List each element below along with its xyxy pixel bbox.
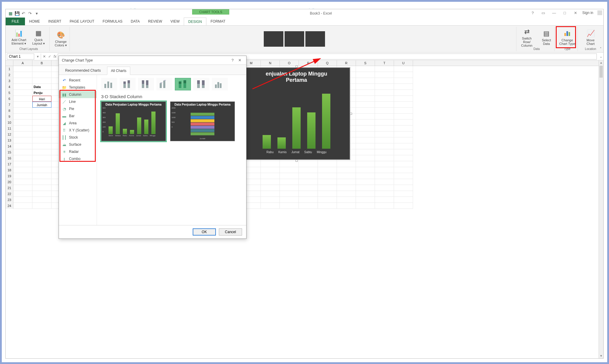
cell[interactable] (356, 179, 375, 185)
cell[interactable] (13, 131, 32, 137)
cell[interactable] (32, 161, 51, 167)
cell[interactable] (318, 191, 337, 197)
cell[interactable] (32, 155, 51, 161)
cell[interactable]: Data Penju (32, 84, 51, 90)
cell[interactable] (337, 203, 356, 209)
cell[interactable] (394, 185, 413, 191)
cell[interactable] (356, 125, 375, 131)
cell[interactable] (375, 96, 394, 102)
cell[interactable] (299, 167, 318, 173)
cell[interactable] (32, 143, 51, 149)
row-header[interactable]: 3 (6, 78, 13, 84)
cell[interactable] (261, 173, 280, 179)
cell[interactable] (32, 203, 51, 209)
change-colors-button[interactable]: 🎨 Change Colors ▾ (53, 31, 69, 47)
cell[interactable] (13, 102, 32, 108)
cell[interactable] (32, 90, 51, 96)
cat-pie[interactable]: ◔Pie (59, 105, 97, 112)
qat-more-icon[interactable]: ▾ (34, 10, 40, 16)
name-box-dropdown-icon[interactable]: ▾ (35, 54, 40, 59)
cell[interactable] (375, 185, 394, 191)
cell[interactable] (337, 179, 356, 185)
cell[interactable] (13, 72, 32, 78)
tab-recommended-charts[interactable]: Recommended Charts (61, 66, 105, 75)
row-header[interactable]: 13 (6, 137, 13, 143)
cat-surface[interactable]: ⛰Surface (59, 141, 97, 148)
cell[interactable] (375, 90, 394, 96)
cell[interactable] (356, 102, 375, 108)
vertical-scrollbar[interactable]: ▲ ▼ (599, 60, 603, 358)
select-data-button[interactable]: ▤ Select Data (538, 29, 555, 46)
cell[interactable] (280, 179, 299, 185)
cell[interactable] (394, 90, 413, 96)
cell[interactable] (356, 167, 375, 173)
cell[interactable] (13, 125, 32, 131)
subtype-3d-column[interactable] (212, 78, 228, 90)
cell[interactable] (32, 120, 51, 125)
cell[interactable] (13, 137, 32, 143)
cell[interactable] (375, 203, 394, 209)
cell[interactable] (394, 161, 413, 167)
cell[interactable] (394, 131, 413, 137)
row-header[interactable]: 6 (6, 96, 13, 102)
chart-style-thumb[interactable] (264, 31, 283, 47)
row-header[interactable]: 11 (6, 125, 13, 131)
column-header[interactable]: N (261, 60, 280, 66)
scroll-up-icon[interactable]: ▲ (599, 60, 603, 65)
tab-view[interactable]: VIEW (166, 18, 184, 25)
column-header[interactable]: O (280, 60, 299, 66)
cell[interactable] (280, 203, 299, 209)
cell[interactable] (280, 161, 299, 167)
cell[interactable] (356, 90, 375, 96)
row-header[interactable]: 22 (6, 191, 13, 197)
cell[interactable] (299, 203, 318, 209)
cell[interactable] (375, 131, 394, 137)
cell[interactable] (375, 137, 394, 143)
cell[interactable] (13, 203, 32, 209)
cell[interactable] (356, 114, 375, 120)
chart-preview-2[interactable]: Data Penjualan Laptop Minggu Pertama 200… (170, 101, 235, 141)
subtype-100-stacked-column[interactable] (138, 78, 154, 90)
cell[interactable] (318, 179, 337, 185)
cell[interactable] (280, 191, 299, 197)
column-header[interactable]: B (32, 60, 51, 66)
formula-bar-expand-icon[interactable]: ⌄ (599, 54, 603, 59)
column-header[interactable]: R (337, 60, 356, 66)
cell[interactable] (394, 102, 413, 108)
cell[interactable] (375, 149, 394, 155)
cell[interactable] (356, 137, 375, 143)
cell[interactable] (261, 167, 280, 173)
cell[interactable] (356, 173, 375, 179)
cell[interactable] (375, 72, 394, 78)
cell[interactable] (394, 191, 413, 197)
cell[interactable] (375, 191, 394, 197)
chart-preview-1[interactable]: Data Penjualan Laptop Minggu Pertama 500… (101, 101, 166, 141)
cell[interactable] (356, 143, 375, 149)
sign-in-link[interactable]: Sign in (582, 11, 593, 15)
quick-layout-button[interactable]: ▦ Quick Layout ▾ (30, 29, 47, 46)
cell[interactable] (32, 179, 51, 185)
cell[interactable] (394, 78, 413, 84)
cell[interactable] (337, 167, 356, 173)
cell[interactable] (394, 120, 413, 125)
save-icon[interactable]: 💾 (14, 10, 20, 16)
switch-row-column-button[interactable]: ⇄ Switch Row/ Column (519, 28, 535, 47)
cell[interactable] (356, 66, 375, 72)
cat-recent[interactable]: ↶Recent (59, 77, 97, 84)
row-header[interactable]: 9 (6, 114, 13, 120)
cell[interactable] (13, 179, 32, 185)
cell[interactable] (337, 161, 356, 167)
cell[interactable] (394, 108, 413, 114)
cell[interactable] (32, 191, 51, 197)
tab-review[interactable]: REVIEW (144, 18, 166, 25)
cell[interactable] (375, 78, 394, 84)
avatar[interactable] (597, 10, 602, 15)
ok-button[interactable]: OK (193, 228, 216, 236)
cell[interactable] (13, 173, 32, 179)
name-box[interactable]: Chart 1 (7, 54, 34, 59)
chart-plot-area[interactable] (246, 86, 347, 149)
cell[interactable] (13, 96, 32, 102)
cell[interactable] (375, 66, 394, 72)
row-header[interactable]: 15 (6, 149, 13, 155)
cell[interactable] (32, 149, 51, 155)
